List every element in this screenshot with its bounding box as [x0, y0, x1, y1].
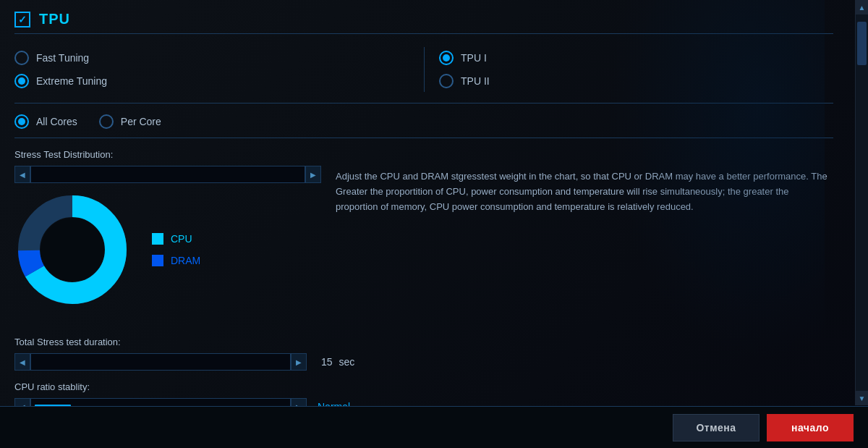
stress-section: Stress Test Distribution: ◀ ▶ [14, 149, 833, 326]
extreme-tuning-radio[interactable] [14, 74, 29, 88]
tuning-options-grid: Fast Tuning Extreme Tuning TPU I [14, 47, 833, 103]
scroll-up-arrow[interactable]: ▲ [856, 0, 869, 14]
all-cores-option[interactable]: All Cores [14, 114, 77, 129]
tpu-ii-option[interactable]: TPU II [439, 74, 833, 88]
bottom-bar: Отмена начало [0, 406, 868, 448]
dram-legend-item[interactable]: DRAM [152, 255, 200, 266]
svg-rect-4 [152, 233, 163, 245]
chart-area: CPU DRAM [14, 192, 321, 315]
tpu-i-radio-dot [443, 54, 450, 62]
tpu-checkbox[interactable] [14, 12, 30, 28]
main-container: ▲ ▼ TPU Fast Tuning Extre [0, 0, 868, 448]
start-button[interactable]: начало [767, 414, 854, 441]
tpu-i-option[interactable]: TPU I [439, 51, 833, 65]
stress-content: ◀ ▶ [14, 166, 833, 326]
scrollbar[interactable]: ▲ ▼ [855, 0, 868, 405]
stress-label: Stress Test Distribution: [14, 149, 833, 160]
svg-point-3 [41, 218, 104, 282]
tuning-left-column: Fast Tuning Extreme Tuning [14, 47, 424, 92]
donut-svg [14, 192, 130, 308]
scrollbar-track [856, 14, 868, 391]
fast-tuning-option[interactable]: Fast Tuning [14, 51, 424, 65]
extreme-tuning-label: Extreme Tuning [36, 75, 107, 87]
page-title: TPU [39, 11, 70, 28]
duration-unit: sec [339, 356, 354, 368]
scroll-down-arrow[interactable]: ▼ [856, 391, 869, 405]
scrollbar-thumb[interactable] [857, 22, 867, 65]
extreme-tuning-radio-dot [18, 77, 25, 85]
tpu-ii-radio[interactable] [439, 74, 454, 88]
dram-color-swatch [152, 255, 163, 266]
stress-slider-left-arrow[interactable]: ◀ [14, 166, 30, 183]
duration-row: ◀ ▶ 15 sec [14, 353, 833, 371]
cpu-legend-item[interactable]: CPU [152, 233, 200, 245]
duration-section: Total Stress test duration: ◀ ▶ 15 sec [14, 337, 833, 371]
duration-slider-right-arrow[interactable]: ▶ [291, 353, 307, 371]
tpu-ii-label: TPU II [461, 75, 490, 87]
duration-number: 15 [321, 356, 333, 368]
duration-label: Total Stress test duration: [14, 337, 833, 347]
tpu-i-label: TPU I [461, 52, 487, 64]
fast-tuning-label: Fast Tuning [36, 52, 89, 64]
donut-chart [14, 192, 130, 308]
svg-rect-5 [152, 255, 163, 266]
cores-row: All Cores Per Core [14, 114, 833, 138]
stress-slider-container: ◀ ▶ [14, 166, 321, 183]
duration-slider-track[interactable] [30, 353, 291, 371]
fast-tuning-radio[interactable] [14, 51, 29, 65]
per-core-label: Per Core [121, 116, 161, 127]
all-cores-radio[interactable] [14, 114, 29, 129]
ratio-label: CPU ratio stablity: [14, 381, 833, 392]
content-area: TPU Fast Tuning Extreme Tuning [0, 0, 855, 448]
extreme-tuning-option[interactable]: Extreme Tuning [14, 74, 424, 88]
all-cores-label: All Cores [36, 116, 77, 127]
header-row: TPU [14, 11, 833, 34]
stress-slider-track[interactable] [30, 166, 305, 183]
tpu-i-radio[interactable] [439, 51, 454, 65]
stress-description: Adjust the CPU and DRAM stgresstest weig… [336, 166, 833, 326]
duration-value: 15 sec [318, 356, 361, 368]
per-core-radio[interactable] [99, 114, 114, 129]
all-cores-radio-dot [18, 118, 25, 125]
cpu-color-swatch [152, 233, 163, 245]
per-core-option[interactable]: Per Core [99, 114, 161, 129]
legend-container: CPU DRAM [152, 192, 200, 308]
tuning-right-column: TPU I TPU II [424, 47, 833, 92]
stress-left: ◀ ▶ [14, 166, 321, 326]
cpu-legend-label: CPU [171, 233, 192, 245]
dram-legend-label: DRAM [171, 255, 200, 266]
duration-slider-left-arrow[interactable]: ◀ [14, 353, 30, 371]
cancel-button[interactable]: Отмена [673, 414, 760, 441]
stress-slider-right-arrow[interactable]: ▶ [305, 166, 321, 183]
